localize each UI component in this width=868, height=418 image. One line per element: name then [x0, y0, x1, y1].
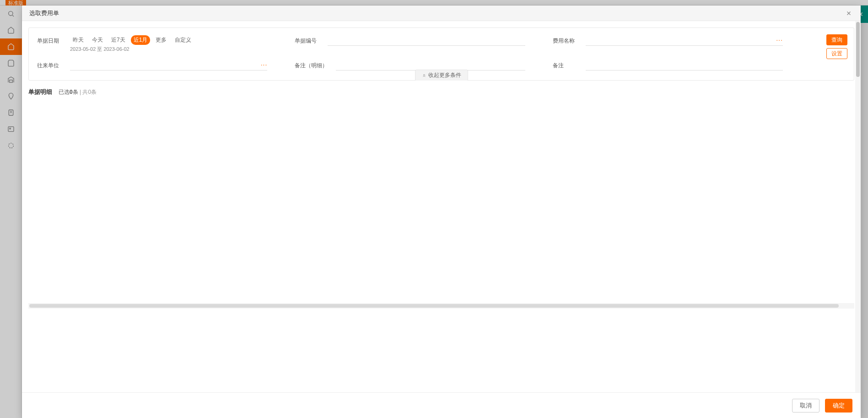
filter-remark: 备注: [553, 60, 810, 73]
filter-date: 单据日期 昨天 今天 近7天 近1月 更多 自定义 2023-05-02 至 2…: [37, 35, 295, 53]
cancel-button[interactable]: 取消: [792, 399, 819, 413]
selected-suffix: 条: [73, 89, 78, 95]
detail-header: 单据明细 已选0条 | 共0条: [28, 88, 854, 96]
fee-name-picker-icon[interactable]: ···: [776, 36, 783, 43]
modal-footer: 取消 确定: [22, 392, 861, 418]
doc-no-input[interactable]: [328, 35, 525, 46]
date-opt-more[interactable]: 更多: [153, 35, 169, 45]
hscroll-thumb[interactable]: [29, 304, 839, 308]
date-opt-7days[interactable]: 近7天: [108, 35, 128, 45]
close-icon: [846, 10, 852, 16]
fee-name-input[interactable]: [586, 35, 783, 46]
count-separator: |: [78, 89, 83, 95]
remark-detail-input[interactable]: [336, 60, 525, 71]
settings-button[interactable]: 设置: [826, 48, 847, 59]
collapse-label: 收起更多条件: [428, 71, 461, 79]
detail-title: 单据明细: [28, 88, 52, 96]
filter-doc-no: 单据编号: [295, 35, 552, 53]
vscroll-thumb[interactable]: [856, 22, 860, 77]
filter-partner-label: 往来单位: [37, 60, 70, 70]
query-button[interactable]: 查询: [826, 34, 847, 45]
filter-fee-name-label: 费用名称: [553, 35, 586, 45]
horizontal-scrollbar[interactable]: [28, 303, 854, 309]
date-opt-custom[interactable]: 自定义: [172, 35, 194, 45]
remark-input[interactable]: [586, 60, 783, 71]
date-opt-today[interactable]: 今天: [89, 35, 106, 45]
filter-partner: 往来单位 ···: [37, 60, 295, 73]
modal-header: 选取费用单: [22, 5, 861, 21]
vertical-scrollbar[interactable]: [855, 21, 861, 392]
selected-count: 0: [70, 89, 73, 95]
date-opt-1month[interactable]: 近1月: [131, 35, 151, 45]
modal-close-button[interactable]: [844, 9, 853, 18]
collapse-conditions-button[interactable]: 收起更多条件: [415, 70, 468, 81]
confirm-button[interactable]: 确定: [825, 399, 852, 413]
date-opt-yesterday[interactable]: 昨天: [70, 35, 86, 45]
filter-remark-label: 备注: [553, 60, 586, 70]
filter-date-label: 单据日期: [37, 35, 70, 45]
detail-count: 已选0条 | 共0条: [59, 88, 97, 96]
total-prefix: 共: [82, 89, 88, 95]
filter-fee-name: 费用名称 ···: [553, 35, 810, 53]
filter-doc-no-label: 单据编号: [295, 35, 328, 45]
modal-body: 单据日期 昨天 今天 近7天 近1月 更多 自定义 2023-05-02 至 2…: [22, 21, 861, 392]
filter-panel: 单据日期 昨天 今天 近7天 近1月 更多 自定义 2023-05-02 至 2…: [28, 27, 854, 81]
date-range-text: 2023-05-02 至 2023-06-02: [70, 46, 267, 53]
detail-table-area: [28, 100, 854, 301]
partner-picker-icon[interactable]: ···: [261, 61, 268, 68]
double-chevron-up-icon: [422, 73, 426, 78]
filter-actions: 查询 设置: [826, 34, 847, 59]
selected-prefix: 已选: [59, 89, 70, 95]
total-suffix: 条: [91, 89, 97, 95]
partner-input[interactable]: [70, 60, 267, 71]
select-fee-modal: 选取费用单 单据日期 昨天 今天 近7天 近1月 更多: [22, 5, 861, 418]
filter-remark-detail-label: 备注（明细）: [295, 60, 336, 70]
modal-title: 选取费用单: [29, 9, 844, 17]
date-options: 昨天 今天 近7天 近1月 更多 自定义: [70, 35, 267, 45]
